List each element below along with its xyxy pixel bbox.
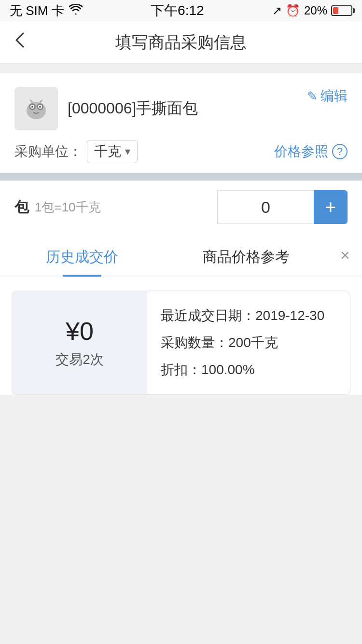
unit-value: 千克 — [94, 142, 121, 161]
unit-select[interactable]: 千克 ▾ — [87, 140, 138, 163]
product-unit-row: 采购单位： 千克 ▾ 价格参照 ? — [14, 140, 348, 163]
empty-content-area — [0, 408, 362, 644]
purchase-qty-row: 采购数量：200千克 — [161, 333, 336, 353]
qty-input-wrap: + — [217, 190, 348, 224]
wifi-icon — [69, 3, 83, 18]
tab-history-price[interactable]: 历史成交价 — [0, 234, 164, 277]
qty-label-wrap: 包 1包=10千克 — [14, 197, 101, 217]
tab-panel: 历史成交价 商品价格参考 × ¥0 交易2次 最近成交日期：2019-12-30… — [0, 234, 362, 395]
nav-bar: 填写商品采购信息 — [0, 21, 362, 64]
qty-input[interactable] — [217, 190, 314, 224]
edit-button[interactable]: ✎ 编辑 — [307, 87, 348, 105]
back-button[interactable] — [10, 27, 30, 58]
battery-pct: 20% — [304, 4, 327, 17]
recent-date-value: 2019-12-30 — [255, 308, 324, 323]
battery-icon — [331, 5, 352, 16]
quantity-row: 包 1包=10千克 + — [0, 181, 362, 234]
recent-date-label: 最近成交日期： — [161, 308, 255, 323]
tab-header: 历史成交价 商品价格参考 × — [0, 234, 362, 277]
trade-card-left: ¥0 交易2次 — [12, 291, 147, 394]
trade-price: ¥0 — [66, 317, 94, 346]
unit-label: 采购单位： — [14, 142, 82, 161]
qty-conversion: 1包=10千克 — [35, 199, 101, 216]
discount-row: 折扣：100.00% — [161, 360, 336, 380]
page-title: 填写商品采购信息 — [115, 31, 247, 54]
svg-point-5 — [31, 106, 33, 108]
tab2-label: 商品价格参考 — [203, 249, 290, 265]
help-icon: ? — [332, 144, 348, 159]
qty-plus-button[interactable]: + — [314, 190, 348, 224]
tab1-label: 历史成交价 — [46, 249, 118, 265]
section-divider — [0, 173, 362, 181]
discount-value: 100.00% — [201, 362, 255, 377]
trade-card: ¥0 交易2次 最近成交日期：2019-12-30 采购数量：200千克 折扣：… — [12, 291, 350, 395]
svg-point-0 — [27, 102, 46, 119]
clock-display: 下午6:12 — [151, 1, 204, 20]
price-ref-label: 价格参照 — [274, 142, 328, 161]
discount-label: 折扣： — [161, 362, 201, 377]
edit-label: 编辑 — [320, 87, 348, 105]
status-right: ↗ ⏰ 20% — [272, 4, 352, 17]
purchase-qty-value: 200千克 — [228, 335, 278, 350]
purchase-qty-label: 采购数量： — [161, 335, 228, 350]
product-left: [0000006]手撕面包 — [14, 87, 198, 130]
edit-icon: ✎ — [307, 89, 318, 104]
product-card: [0000006]手撕面包 ✎ 编辑 采购单位： 千克 ▾ 价格参照 ? — [0, 73, 362, 173]
chevron-down-icon: ▾ — [125, 145, 130, 158]
svg-point-6 — [39, 106, 41, 108]
tab-close-button[interactable]: × — [328, 236, 362, 274]
product-name: [0000006]手撕面包 — [68, 98, 198, 119]
product-header: [0000006]手撕面包 ✎ 编辑 — [14, 87, 348, 130]
status-bar: 无 SIM 卡 下午6:12 ↗ ⏰ 20% — [0, 0, 362, 21]
trade-card-right: 最近成交日期：2019-12-30 采购数量：200千克 折扣：100.00% — [147, 291, 350, 394]
product-image — [14, 87, 58, 130]
qty-unit: 包 — [14, 197, 29, 217]
location-icon: ↗ — [272, 4, 282, 17]
carrier-text: 无 SIM 卡 — [10, 2, 64, 19]
tab-price-ref[interactable]: 商品价格参考 — [164, 234, 328, 277]
trade-count: 交易2次 — [56, 350, 104, 369]
price-ref-button[interactable]: 价格参照 ? — [274, 142, 348, 161]
alarm-icon: ⏰ — [286, 4, 300, 17]
status-left: 无 SIM 卡 — [10, 2, 83, 19]
recent-date-row: 最近成交日期：2019-12-30 — [161, 306, 336, 326]
